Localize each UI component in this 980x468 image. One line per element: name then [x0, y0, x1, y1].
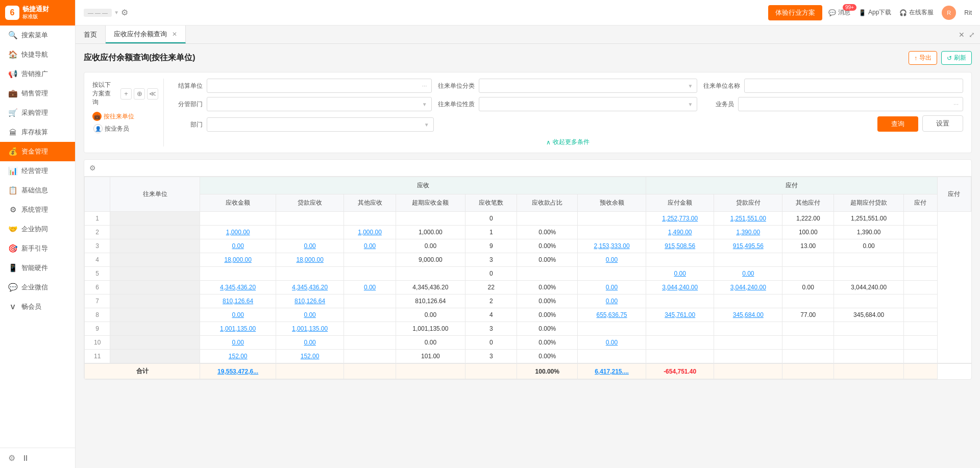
expand-icon[interactable]: ⏸: [21, 454, 30, 463]
ar-other-cell[interactable]: 1,000.00: [344, 226, 396, 239]
ap-overdue-cell: [834, 294, 903, 308]
dept-input[interactable]: ▼: [207, 117, 434, 132]
unit-nature-input[interactable]: ▼: [479, 97, 698, 111]
ap-loan-cell[interactable]: 345,684.00: [714, 308, 782, 322]
sidebar-item-smart-hw[interactable]: 📱 智能硬件: [0, 258, 75, 278]
ar-prepay-cell[interactable]: 0.00: [578, 253, 646, 267]
username[interactable]: Rit: [964, 9, 972, 16]
sidebar-item-wechat[interactable]: 💬 企业微信: [0, 278, 75, 297]
sidebar-item-operation[interactable]: 📊 经营管理: [0, 161, 75, 181]
ap-overdue-cell: [834, 350, 903, 364]
salesman-label: 业务员: [703, 100, 734, 109]
ap-amount-cell[interactable]: 1,490.00: [646, 226, 714, 239]
dept-manage-input[interactable]: ▼: [207, 97, 432, 111]
message-button[interactable]: 💬 消息 99+: [828, 8, 850, 17]
ap-amount-cell[interactable]: 1,252,773.00: [646, 212, 714, 226]
scheme-by-unit[interactable]: 💼 按往来单位: [92, 112, 158, 121]
ar-amount-cell[interactable]: 810,126.64: [200, 294, 276, 308]
tab-close-icon[interactable]: ✕: [172, 31, 177, 38]
col-ap-loan-header: 贷款应付: [714, 194, 782, 212]
sidebar-item-system[interactable]: ⚙ 系统管理: [0, 200, 75, 219]
ar-prepay-cell[interactable]: 0.00: [578, 281, 646, 294]
ap-amount-cell[interactable]: 0.00: [646, 267, 714, 281]
window-close-icon[interactable]: ✕: [959, 31, 965, 39]
sidebar-item-sales[interactable]: 💼 销售管理: [0, 84, 75, 103]
export-button[interactable]: ↑ 导出: [909, 51, 937, 65]
ar-count-cell: 0: [465, 267, 517, 281]
tab-home[interactable]: 首页: [76, 26, 106, 43]
ar-loan-cell[interactable]: 0.00: [276, 308, 344, 322]
sidebar-item-basic-info[interactable]: 📋 基础信息: [0, 181, 75, 200]
refresh-button[interactable]: ↺ 刷新: [941, 51, 972, 65]
ap-loan-cell[interactable]: 0.00: [714, 267, 782, 281]
ar-count-cell: 3: [465, 350, 517, 364]
ar-loan-cell[interactable]: 1,001,135.00: [276, 322, 344, 336]
ar-prepay-cell[interactable]: 655,636.75: [578, 308, 646, 322]
sidebar-item-label: 采购管理: [21, 108, 48, 117]
ar-amount-cell[interactable]: 1,001,135.00: [200, 322, 276, 336]
operation-icon: 📊: [8, 166, 17, 176]
ar-loan-cell[interactable]: 0.00: [276, 336, 344, 350]
salesman-input[interactable]: ···: [738, 97, 963, 111]
settings-bottom-icon[interactable]: ⚙: [8, 453, 15, 463]
sidebar-item-purchase[interactable]: 🛒 采购管理: [0, 103, 75, 122]
sidebar-item-guide[interactable]: 🎯 新手引导: [0, 239, 75, 258]
add-scheme-icon[interactable]: +: [120, 88, 132, 100]
ar-loan-cell[interactable]: 18,000.00: [276, 253, 344, 267]
ap-overdue-cell: [834, 253, 903, 267]
collapse-conditions[interactable]: ∧ 收起更多条件: [172, 138, 963, 146]
ap-amount-cell: [646, 322, 714, 336]
ap-loan-cell[interactable]: 3,044,240.00: [714, 281, 782, 294]
ar-amount-cell[interactable]: 152.00: [200, 350, 276, 364]
trial-button[interactable]: 体验行业方案: [768, 5, 822, 20]
ar-amount-cell[interactable]: 0.00: [200, 336, 276, 350]
online-service-button[interactable]: 🎧 在线客服: [899, 8, 934, 17]
ap-amount-cell[interactable]: 345,761.00: [646, 308, 714, 322]
ar-prepay-cell[interactable]: 2,153,333.00: [578, 239, 646, 253]
ar-loan-cell[interactable]: 0.00: [276, 239, 344, 253]
header-gear-icon[interactable]: ⚙: [121, 8, 128, 17]
ar-prepay-cell[interactable]: 0.00: [578, 294, 646, 308]
ap-loan-cell[interactable]: 1,251,551.00: [714, 212, 782, 226]
ap-loan-cell[interactable]: 915,495.56: [714, 239, 782, 253]
ap-other-cell: 77.00: [782, 308, 834, 322]
footer-ar-amount[interactable]: 19,553,472,6...: [200, 363, 276, 379]
sidebar-item-marketing[interactable]: 📢 营销推广: [0, 64, 75, 84]
settings-button[interactable]: 设置: [922, 115, 963, 132]
ar-amount-cell[interactable]: 18,000.00: [200, 253, 276, 267]
ar-prepay-cell[interactable]: 0.00: [578, 336, 646, 350]
ap-amount-cell[interactable]: 3,044,240.00: [646, 281, 714, 294]
ar-loan-cell[interactable]: 4,345,436.20: [276, 281, 344, 294]
sidebar-item-inventory[interactable]: 🏛 库存核算: [0, 122, 75, 142]
sidebar-item-finance[interactable]: 💰 资金管理: [0, 142, 75, 161]
ap-loan-cell[interactable]: 1,390.00: [714, 226, 782, 239]
query-button[interactable]: 查询: [877, 116, 918, 132]
tab-ar-ap[interactable]: 应收应付余额查询 ✕: [106, 26, 186, 43]
window-maximize-icon[interactable]: ⤢: [969, 31, 975, 39]
ar-count-cell: 2: [465, 294, 517, 308]
ar-loan-cell[interactable]: 152.00: [276, 350, 344, 364]
ar-loan-cell[interactable]: 810,126.64: [276, 294, 344, 308]
ar-amount-cell[interactable]: 4,345,436.20: [200, 281, 276, 294]
unit-name-input[interactable]: [744, 79, 963, 93]
app-download-button[interactable]: 📱 App下载: [859, 8, 891, 17]
scheme-settings-icon[interactable]: ⊕: [134, 88, 145, 100]
sidebar-item-search-menu[interactable]: 🔍 搜索菜单: [0, 26, 75, 45]
sidebar-item-member[interactable]: V 畅会员: [0, 297, 75, 316]
sidebar-item-enterprise[interactable]: 🤝 企业协同: [0, 219, 75, 239]
ar-amount-cell[interactable]: 0.00: [200, 239, 276, 253]
ap-amount-cell[interactable]: 915,508.56: [646, 239, 714, 253]
scheme-collapse-icon[interactable]: ≪: [147, 88, 158, 100]
ar-amount-cell[interactable]: 0.00: [200, 308, 276, 322]
ar-other-cell: [344, 308, 396, 322]
unit-category-input[interactable]: ▼: [479, 79, 698, 93]
settlement-input[interactable]: ···: [207, 79, 432, 93]
ar-amount-cell[interactable]: 1,000.00: [200, 226, 276, 239]
ar-other-cell[interactable]: 0.00: [344, 239, 396, 253]
table-settings-icon[interactable]: ⚙: [89, 164, 96, 172]
scheme-by-staff[interactable]: 👤 按业务员: [93, 124, 158, 133]
ar-other-cell[interactable]: 0.00: [344, 281, 396, 294]
search-field-salesman: 业务员 ···: [703, 97, 963, 111]
footer-ar-prepay[interactable]: 6,417,215....: [578, 363, 646, 379]
sidebar-item-quick-nav[interactable]: 🏠 快捷导航: [0, 45, 75, 64]
